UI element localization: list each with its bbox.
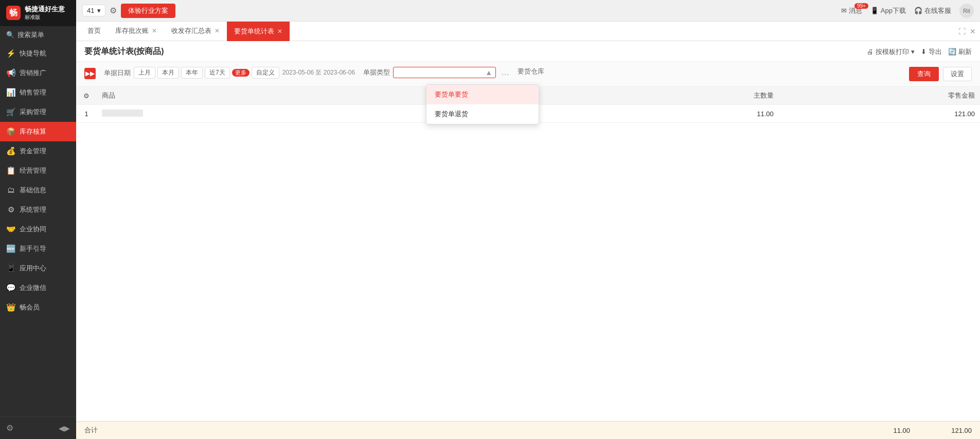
sidebar-item-wechat[interactable]: 💬 企业微信 xyxy=(0,278,76,298)
sidebar-item-finance[interactable]: 💰 资金管理 xyxy=(0,141,76,161)
doc-type-more-icon[interactable]: … xyxy=(501,68,509,77)
marketing-icon: 📢 xyxy=(6,68,15,78)
sidebar-bottom: ⚙ ◀▶ xyxy=(0,416,76,439)
system-icon: ⚙ xyxy=(6,205,15,214)
avatar-text: Rit xyxy=(963,8,970,14)
sidebar-item-quick-nav[interactable]: ⚡ 快捷导航 xyxy=(0,44,76,63)
tab-home-label: 首页 xyxy=(87,26,101,35)
messages-btn[interactable]: ✉ 消息 99+ xyxy=(841,6,862,15)
sidebar-item-label: 企业协同 xyxy=(20,225,46,234)
app-subtitle: 标准版 xyxy=(25,14,65,21)
maximize-icon[interactable]: ⛶ xyxy=(958,27,966,35)
sidebar-item-system[interactable]: ⚙ 系统管理 xyxy=(0,200,76,220)
sidebar-item-basic[interactable]: 🗂 基础信息 xyxy=(0,180,76,200)
table-footer: 合计 11.00 121.00 xyxy=(76,421,980,439)
guide-icon: 🆕 xyxy=(6,244,15,253)
sidebar-item-label: 畅会员 xyxy=(20,303,40,312)
sidebar-item-inventory[interactable]: 📦 库存核算 xyxy=(0,122,76,141)
settings-bottom-icon[interactable]: ⚙ xyxy=(6,423,13,433)
print-label: 按模板打印 xyxy=(876,47,909,57)
company-selector[interactable]: 41 ▾ xyxy=(82,5,105,16)
tab-requisition-stats[interactable]: 要货单统计表 ✕ xyxy=(227,22,290,41)
doc-type-input[interactable] xyxy=(397,69,483,77)
sidebar-item-label: 基础信息 xyxy=(20,186,46,195)
quick-nav-icon: ⚡ xyxy=(6,49,15,58)
refresh-icon: 🔄 xyxy=(948,48,956,56)
tab-receipt-summary[interactable]: 收发存汇总表 ✕ xyxy=(164,22,227,41)
wechat-icon: 💬 xyxy=(6,283,15,292)
sidebar-item-label: 销售管理 xyxy=(20,88,46,97)
print-icon: 🖨 xyxy=(867,48,874,56)
sidebar-search[interactable]: 🔍 搜索菜单 xyxy=(0,26,76,44)
sidebar-item-guide[interactable]: 🆕 新手引导 xyxy=(0,239,76,259)
tab-home[interactable]: 首页 xyxy=(80,22,108,41)
tab-batch-account[interactable]: 库存批次账 ✕ xyxy=(108,22,164,41)
sidebar-item-vip[interactable]: 👑 畅会员 xyxy=(0,298,76,317)
last-month-btn[interactable]: 上月 xyxy=(134,67,155,79)
inventory-icon: 📦 xyxy=(6,127,15,136)
warehouse-filter-group: 要货仓库 xyxy=(518,67,544,76)
warehouse-label: 要货仓库 xyxy=(518,67,544,76)
sidebar-item-label: 采购管理 xyxy=(20,107,46,117)
tab-requisition-label: 要货单统计表 xyxy=(234,27,274,36)
sidebar-item-appstore[interactable]: 📱 应用中心 xyxy=(0,259,76,278)
page-actions: 🖨 按模板打印 ▾ ⬇ 导出 🔄 刷新 xyxy=(867,47,972,57)
col-settings-header: ⚙ xyxy=(76,87,97,105)
export-btn[interactable]: ⬇ 导出 xyxy=(921,47,942,57)
tab-actions: ⛶ ✕ xyxy=(958,27,976,35)
row-num: 1 xyxy=(76,105,97,123)
print-chevron-icon: ▾ xyxy=(911,48,915,56)
sidebar-item-operations[interactable]: 📋 经营管理 xyxy=(0,161,76,180)
message-icon: ✉ xyxy=(841,7,847,14)
sidebar-item-sales[interactable]: 📊 销售管理 xyxy=(0,83,76,102)
topbar-gear-icon[interactable]: ⚙ xyxy=(110,6,117,15)
page-header: 要货单统计表(按商品) 🖨 按模板打印 ▾ ⬇ 导出 🔄 刷新 xyxy=(76,41,980,62)
sidebar-item-purchase[interactable]: 🛒 采购管理 xyxy=(0,102,76,122)
doc-type-input-wrap: ▲ xyxy=(393,67,496,78)
app-title: 畅捷通好生意 xyxy=(25,5,65,14)
col-goods-header: 商品 xyxy=(97,87,376,105)
app-download-btn[interactable]: 📱 App下载 xyxy=(870,6,906,15)
filter-action-btns: 查询 设置 xyxy=(909,67,972,81)
print-template-btn[interactable]: 🖨 按模板打印 ▾ xyxy=(867,47,915,57)
service-icon: 🎧 xyxy=(914,7,922,14)
avatar[interactable]: Rit xyxy=(959,4,974,18)
sidebar-item-enterprise[interactable]: 🤝 企业协同 xyxy=(0,220,76,239)
sidebar-item-marketing[interactable]: 📢 营销推广 xyxy=(0,63,76,83)
tab-batch-account-label: 库存批次账 xyxy=(115,26,149,35)
refresh-btn[interactable]: 🔄 刷新 xyxy=(948,47,972,57)
this-month-btn[interactable]: 本月 xyxy=(157,67,179,79)
this-year-btn[interactable]: 本年 xyxy=(181,67,203,79)
online-service-btn[interactable]: 🎧 在线客服 xyxy=(914,6,951,15)
custom-date-btn[interactable]: 自定义 xyxy=(252,67,279,79)
close-tab-requisition-icon[interactable]: ✕ xyxy=(277,28,282,35)
export-label: 导出 xyxy=(929,47,942,57)
more-dates-badge[interactable]: 更多 xyxy=(232,69,250,77)
doc-type-clear-icon[interactable]: ▲ xyxy=(485,68,492,77)
col-settings-icon[interactable]: ⚙ xyxy=(83,92,90,100)
basic-icon: 🗂 xyxy=(6,186,15,194)
online-service-label: 在线客服 xyxy=(924,6,951,15)
sidebar: 畅 畅捷通好生意 标准版 🔍 搜索菜单 ⚡ 快捷导航 📢 营销推广 📊 销售管理… xyxy=(0,0,76,439)
logo-icon: 畅 xyxy=(6,6,21,20)
sidebar-item-label: 新手引导 xyxy=(20,244,46,253)
dropdown-item-purchase-return[interactable]: 要货单退货 xyxy=(426,104,539,124)
settings-btn[interactable]: 设置 xyxy=(943,67,972,81)
query-btn[interactable]: 查询 xyxy=(909,67,939,81)
enterprise-icon: 🤝 xyxy=(6,225,15,234)
industry-btn[interactable]: 体验行业方案 xyxy=(121,4,175,18)
close-tab-receipt-icon[interactable]: ✕ xyxy=(215,27,220,34)
download-icon: 📱 xyxy=(870,7,879,14)
vip-icon: 👑 xyxy=(6,303,15,312)
close-tab-batch-icon[interactable]: ✕ xyxy=(152,27,157,34)
filter-expand-btn[interactable]: ▶▶ xyxy=(84,68,96,79)
page-title: 要货单统计表(按商品) xyxy=(84,46,164,57)
close-all-icon[interactable]: ✕ xyxy=(970,27,976,35)
tab-receipt-label: 收发存汇总表 xyxy=(171,26,211,35)
sidebar-item-label: 快捷导航 xyxy=(20,49,46,58)
collapse-icon[interactable]: ◀▶ xyxy=(59,424,70,432)
app-logo: 畅 畅捷通好生意 标准版 xyxy=(0,0,76,26)
topbar-right: ✉ 消息 99+ 📱 App下载 🎧 在线客服 Rit xyxy=(841,4,974,18)
dropdown-item-purchase-order[interactable]: 要货单要货 xyxy=(426,85,539,104)
last-7-days-btn[interactable]: 近7天 xyxy=(205,67,230,79)
